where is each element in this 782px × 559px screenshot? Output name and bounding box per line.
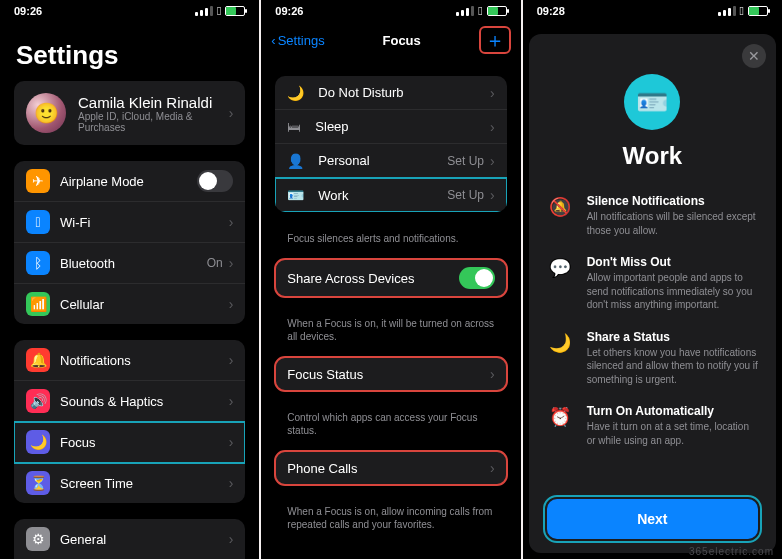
label-sleep: Sleep <box>315 119 490 134</box>
chevron-right-icon: › <box>490 85 495 101</box>
row-work[interactable]: 🪪 Work Set Up › <box>275 178 506 212</box>
label-focus: Focus <box>60 435 229 450</box>
status-right: 􀙇 <box>195 4 245 18</box>
feature-desc: All notifications will be silenced excep… <box>587 210 758 237</box>
chevron-left-icon: ‹ <box>271 33 275 48</box>
row-phone-calls[interactable]: Phone Calls › <box>275 451 506 485</box>
person-icon: 👤 <box>287 153 304 169</box>
status-bar: 09:26 􀙇 <box>0 0 259 22</box>
row-wifi[interactable]: 􀙇 Wi-Fi › <box>14 202 245 243</box>
row-sleep[interactable]: 🛏 Sleep › <box>275 110 506 144</box>
add-focus-button[interactable]: ＋ <box>479 26 511 54</box>
status-right: 􀙇 <box>456 4 506 18</box>
label-general: General <box>60 532 229 547</box>
avatar: 🙂 <box>26 93 66 133</box>
bed-icon: 🛏 <box>287 119 301 135</box>
row-sounds[interactable]: 🔊 Sounds & Haptics › <box>14 381 245 422</box>
focus-screen: 09:26 􀙇 ‹ Settings Focus ＋ 🌙 Do Not Dist… <box>261 0 520 559</box>
chevron-right-icon: › <box>229 214 234 230</box>
settings-group-notifications: 🔔 Notifications › 🔊 Sounds & Haptics › 🌙… <box>14 340 245 503</box>
back-button[interactable]: ‹ Settings <box>271 33 324 48</box>
row-do-not-disturb[interactable]: 🌙 Do Not Disturb › <box>275 76 506 110</box>
row-airplane-mode[interactable]: ✈ Airplane Mode <box>14 161 245 202</box>
note-phone-calls: When a Focus is on, allow incoming calls… <box>261 501 520 545</box>
feature-title: Share a Status <box>587 330 758 344</box>
row-screen-time[interactable]: ⏳ Screen Time › <box>14 463 245 503</box>
work-hero-icon: 🪪 <box>624 74 680 130</box>
setup-sheet: ✕ 🪪 Work 🔕 Silence Notifications All not… <box>529 34 776 553</box>
label-work: Work <box>318 188 447 203</box>
settings-group-general: ⚙ General › 🎚 Control Center › AA Displa… <box>14 519 245 559</box>
row-cellular[interactable]: 📶 Cellular › <box>14 284 245 324</box>
note-share-across: When a Focus is on, it will be turned on… <box>261 313 520 357</box>
chevron-right-icon: › <box>229 531 234 547</box>
airplane-icon: ✈ <box>26 169 50 193</box>
wifi-icon: 􀙇 <box>217 4 221 18</box>
wifi-settings-icon: 􀙇 <box>26 210 50 234</box>
row-focus-status[interactable]: Focus Status › <box>275 357 506 391</box>
feature-title: Don't Miss Out <box>587 255 758 269</box>
next-button[interactable]: Next <box>547 499 758 539</box>
chevron-right-icon: › <box>490 153 495 169</box>
status-time: 09:28 <box>537 5 565 17</box>
focus-icon: 🌙 <box>26 430 50 454</box>
focus-status-card: Focus Status › <box>275 357 506 391</box>
airplane-switch[interactable] <box>197 170 233 192</box>
label-bluetooth: Bluetooth <box>60 256 207 271</box>
chevron-right-icon: › <box>229 475 234 491</box>
feature-share-status: 🌙 Share a Status Let others know you hav… <box>547 330 758 387</box>
row-notifications[interactable]: 🔔 Notifications › <box>14 340 245 381</box>
feature-title: Turn On Automatically <box>587 404 758 418</box>
share-across-switch[interactable] <box>459 267 495 289</box>
general-icon: ⚙ <box>26 527 50 551</box>
chevron-right-icon: › <box>229 105 234 121</box>
profile-card[interactable]: 🙂 Camila Klein Rinaldi Apple ID, iCloud,… <box>14 81 245 145</box>
label-screentime: Screen Time <box>60 476 229 491</box>
chevron-right-icon: › <box>490 460 495 476</box>
bluetooth-value: On <box>207 256 223 270</box>
nav-title: Focus <box>383 33 421 48</box>
cellular-signal-icon <box>195 6 213 16</box>
page-title: Settings <box>0 22 259 81</box>
row-personal[interactable]: 👤 Personal Set Up › <box>275 144 506 178</box>
briefcase-icon: 🪪 <box>287 187 304 203</box>
status-time: 09:26 <box>14 5 42 17</box>
cellular-signal-icon <box>456 6 474 16</box>
moon-icon: 🌙 <box>547 330 573 387</box>
clock-icon: ⏰ <box>547 404 573 447</box>
cellular-icon: 📶 <box>26 292 50 316</box>
share-across-card: Share Across Devices <box>275 259 506 297</box>
chevron-right-icon: › <box>490 119 495 135</box>
profile-sub: Apple ID, iCloud, Media & Purchases <box>78 111 229 133</box>
feature-desc: Let others know you have notifications s… <box>587 346 758 387</box>
chat-icon: 💬 <box>547 255 573 312</box>
feature-desc: Have it turn on at a set time, location … <box>587 420 758 447</box>
chevron-right-icon: › <box>490 366 495 382</box>
close-button[interactable]: ✕ <box>742 44 766 68</box>
profile-name: Camila Klein Rinaldi <box>78 94 229 111</box>
label-share-across: Share Across Devices <box>287 271 458 286</box>
setup-title: Work <box>547 142 758 170</box>
label-notifications: Notifications <box>60 353 229 368</box>
row-focus[interactable]: 🌙 Focus › <box>14 422 245 463</box>
battery-icon <box>487 6 507 16</box>
label-personal: Personal <box>318 153 447 168</box>
bell-slash-icon: 🔕 <box>547 194 573 237</box>
chevron-right-icon: › <box>229 296 234 312</box>
moon-icon: 🌙 <box>287 85 304 101</box>
chevron-right-icon: › <box>229 352 234 368</box>
wifi-icon: 􀙇 <box>740 4 744 18</box>
row-share-across[interactable]: Share Across Devices <box>275 259 506 297</box>
chevron-right-icon: › <box>229 434 234 450</box>
row-bluetooth[interactable]: ᛒ Bluetooth On › <box>14 243 245 284</box>
status-bar: 09:28 􀙇 <box>523 0 782 22</box>
label-sounds: Sounds & Haptics <box>60 394 229 409</box>
label-cellular: Cellular <box>60 297 229 312</box>
label-phone-calls: Phone Calls <box>287 461 490 476</box>
status-bar: 09:26 􀙇 <box>261 0 520 22</box>
feature-dont-miss: 💬 Don't Miss Out Allow important people … <box>547 255 758 312</box>
row-general[interactable]: ⚙ General › <box>14 519 245 559</box>
close-icon: ✕ <box>748 48 760 64</box>
note-focus-status: Control which apps can access your Focus… <box>261 407 520 451</box>
nav-bar: ‹ Settings Focus ＋ <box>261 22 520 58</box>
